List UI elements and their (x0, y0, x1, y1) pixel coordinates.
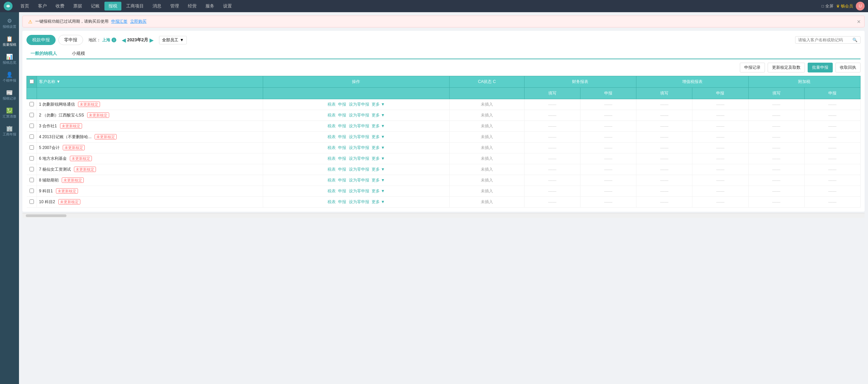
banner-close-btn[interactable]: ✕ (857, 19, 861, 24)
op-declare[interactable]: 申报 (338, 199, 346, 204)
nav-invoice[interactable]: 票据 (69, 2, 86, 10)
op-more[interactable]: 更多 ▼ (372, 134, 385, 139)
tab-tax-declare[interactable]: 税款申报 (26, 35, 56, 45)
op-zero-declare[interactable]: 设为零申报 (349, 178, 369, 183)
row-select-8[interactable] (29, 189, 34, 193)
sidebar-item-tax-overview[interactable]: 📊 报税总览 (1, 51, 18, 67)
next-month-btn[interactable]: ▶ (150, 37, 154, 43)
declare-records-btn[interactable]: 申报记录 (740, 63, 765, 72)
sidebar-item-tax-records[interactable]: 📰 报税记录 (1, 87, 18, 103)
op-tax-form[interactable]: 税表 (328, 199, 336, 204)
ca-verify-icon[interactable]: C (493, 79, 496, 84)
nav-settings[interactable]: 设置 (219, 2, 236, 10)
scroll-thumb[interactable] (26, 214, 66, 217)
op-zero-declare[interactable]: 设为零申报 (349, 199, 369, 204)
banner-link-buy[interactable]: 立即购买 (130, 19, 146, 24)
op-tax-form[interactable]: 税表 (328, 145, 336, 150)
op-zero-declare[interactable]: 设为零申报 (349, 145, 369, 150)
sidebar: ⚙ 报税设置 📋 批量报税 📊 报税总览 👤 个税申报 📰 报税记录 💹 汇算清… (0, 12, 19, 384)
nav-tax[interactable]: 报税 (104, 2, 121, 10)
fullscreen-btn[interactable]: □ 全屏 (822, 3, 833, 9)
nav-manage[interactable]: 管理 (166, 2, 183, 10)
op-zero-declare[interactable]: 设为零申报 (349, 156, 369, 161)
horizontal-scrollbar[interactable] (22, 213, 865, 218)
op-declare[interactable]: 申报 (338, 102, 346, 107)
info-icon[interactable]: i (112, 38, 116, 42)
row-select-2[interactable] (29, 124, 34, 128)
user-avatar[interactable]: U (856, 2, 865, 10)
op-tax-form[interactable]: 税表 (328, 124, 336, 128)
op-tax-form[interactable]: 税表 (328, 134, 336, 139)
op-tax-form[interactable]: 税表 (328, 156, 336, 161)
op-zero-declare[interactable]: 设为零申报 (349, 189, 369, 193)
sort-icon[interactable]: ▼ (56, 79, 60, 84)
row-select-9[interactable] (29, 199, 34, 204)
op-zero-declare[interactable]: 设为零申报 (349, 113, 369, 118)
row-select-0[interactable] (29, 102, 34, 106)
row-no-name-1: 2 （勿删）江西酸宝-LSS 未更新核定 (37, 110, 263, 121)
nav-bookkeeping[interactable]: 记账 (87, 2, 104, 10)
sidebar-item-personal-tax[interactable]: 👤 个税申报 (1, 69, 18, 85)
search-input[interactable] (798, 38, 852, 42)
row-select-5[interactable] (29, 156, 34, 161)
op-more[interactable]: 更多 ▼ (372, 124, 385, 128)
sub-tab-general[interactable]: 一般的纳税人 (26, 48, 61, 59)
vip-btn[interactable]: ♛ 畅会员 (836, 3, 853, 9)
sidebar-item-batch-tax[interactable]: 📋 批量报税 (1, 33, 18, 49)
nav-service[interactable]: 服务 (201, 2, 218, 10)
op-more[interactable]: 更多 ▼ (372, 189, 385, 193)
sub-tab-small[interactable]: 小规模 (68, 48, 89, 59)
search-icon[interactable]: 🔍 (852, 38, 857, 42)
sidebar-item-calc-clear[interactable]: 💹 汇算清缴 (1, 105, 18, 121)
op-declare[interactable]: 申报 (338, 134, 346, 139)
op-declare[interactable]: 申报 (338, 145, 346, 150)
op-declare[interactable]: 申报 (338, 156, 346, 161)
op-zero-declare[interactable]: 设为零申报 (349, 134, 369, 139)
op-zero-declare[interactable]: 设为零申报 (349, 102, 369, 107)
op-declare[interactable]: 申报 (338, 124, 346, 128)
nav-home[interactable]: 首页 (16, 2, 33, 10)
op-declare[interactable]: 申报 (338, 113, 346, 118)
nav-message[interactable]: 消息 (149, 2, 165, 10)
op-declare[interactable]: 申报 (338, 178, 346, 183)
nav-operations[interactable]: 经营 (184, 2, 201, 10)
sidebar-item-business-annual[interactable]: 🏢 工商年报 (1, 123, 18, 139)
prev-month-btn[interactable]: ◀ (122, 37, 126, 43)
row-select-4[interactable] (29, 145, 34, 150)
row-select-7[interactable] (29, 178, 34, 182)
row-tax-fill-2: —— (636, 121, 692, 132)
row-ops-5: 税表 申报 设为零申报 更多 ▼ (263, 153, 450, 164)
op-declare[interactable]: 申报 (338, 189, 346, 193)
row-select-3[interactable] (29, 134, 34, 139)
op-more[interactable]: 更多 ▼ (372, 156, 385, 161)
row-select-6[interactable] (29, 167, 34, 171)
department-select[interactable]: 全部员工 ▼ (159, 36, 187, 44)
op-tax-form[interactable]: 税表 (328, 189, 336, 193)
op-zero-declare[interactable]: 设为零申报 (349, 124, 369, 128)
op-tax-form[interactable]: 税表 (328, 113, 336, 118)
batch-declare-btn[interactable]: 批量申报 (808, 63, 833, 72)
logo[interactable] (3, 1, 13, 11)
update-verify-btn[interactable]: 更新核定及取数 (768, 63, 805, 72)
op-more[interactable]: 更多 ▼ (372, 199, 385, 204)
select-all-checkbox[interactable] (29, 79, 34, 84)
op-more[interactable]: 更多 ▼ (372, 167, 385, 172)
sidebar-item-tax-settings[interactable]: ⚙ 报税设置 (1, 15, 18, 31)
banner-link-declare[interactable]: 申报汇签 (111, 19, 127, 24)
op-tax-form[interactable]: 税表 (328, 167, 336, 172)
op-more[interactable]: 更多 ▼ (372, 178, 385, 183)
op-declare[interactable]: 申报 (338, 167, 346, 172)
table-row: 8 辅助期初 未更新核定 税表 申报 设为零申报 更多 ▼ 未插入 —— —— … (27, 175, 861, 186)
tab-zero-declare[interactable]: 零申报 (58, 35, 83, 45)
nav-business[interactable]: 工商项目 (122, 2, 148, 10)
collect-receipt-btn[interactable]: 收取回执 (835, 63, 861, 72)
row-select-1[interactable] (29, 113, 34, 117)
nav-fee[interactable]: 收费 (52, 2, 68, 10)
op-more[interactable]: 更多 ▼ (372, 145, 385, 150)
op-zero-declare[interactable]: 设为零申报 (349, 167, 369, 172)
op-more[interactable]: 更多 ▼ (372, 113, 385, 118)
nav-client[interactable]: 客户 (34, 2, 51, 10)
op-tax-form[interactable]: 税表 (328, 178, 336, 183)
op-tax-form[interactable]: 税表 (328, 102, 336, 107)
op-more[interactable]: 更多 ▼ (372, 102, 385, 107)
